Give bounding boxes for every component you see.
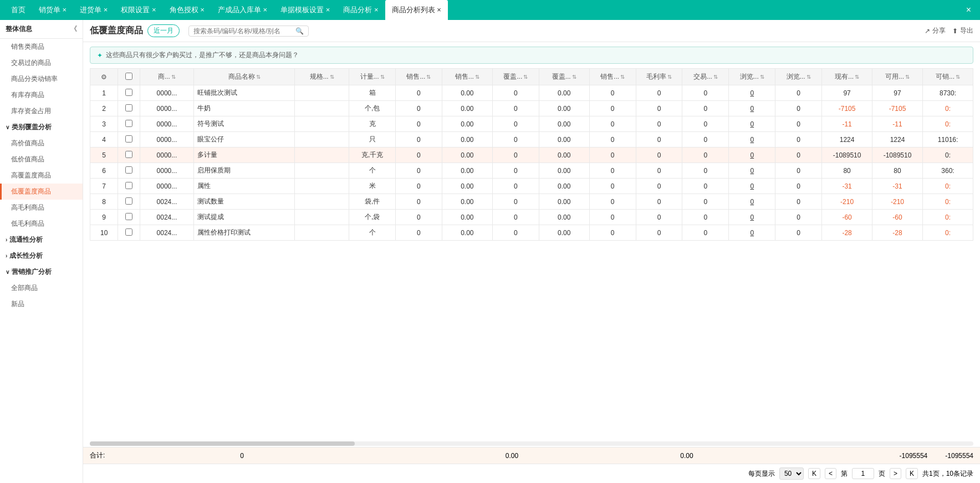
sidebar-item-high-gross[interactable]: 高毛利商品 [0,200,83,216]
search-input[interactable] [193,27,293,35]
first-page-button[interactable]: K [808,468,820,479]
cell-browse1[interactable]: 0 [729,132,775,148]
th-curr[interactable]: 现有...⇅ [822,69,872,85]
sidebar-item-stock-capital[interactable]: 库存资金占用 [0,103,83,119]
th-browse1[interactable]: 浏览...⇅ [729,69,775,85]
sidebar-item-low-value[interactable]: 低价值商品 [0,151,83,167]
th-gross[interactable]: 毛利率⇅ [636,69,682,85]
search-icon[interactable]: 🔍 [295,27,304,35]
cell-check[interactable] [118,116,140,132]
cell-name[interactable]: 旺铺批次测试 [194,85,295,101]
last-page-button[interactable]: K [906,468,918,479]
row-checkbox[interactable] [125,213,132,220]
sidebar-item-sales-products[interactable]: 销售类商品 [0,39,83,55]
sidebar-item-high-coverage[interactable]: 高覆盖度商品 [0,167,83,184]
settings-icon[interactable]: ⚙ [101,73,107,81]
row-checkbox[interactable] [125,120,132,127]
th-avail[interactable]: 可用...⇅ [872,69,923,85]
sidebar-group-growth-title[interactable]: › 成长性分析 [0,248,83,264]
cell-check[interactable] [118,132,140,148]
th-cover2[interactable]: 覆盖...⇅ [539,69,589,85]
row-checkbox[interactable] [125,182,132,189]
sidebar-group-marketing-title[interactable]: ∨ 营销推广分析 [0,264,83,280]
cell-check[interactable] [118,210,140,225]
nav-home[interactable]: 首页 [4,0,32,20]
collapse-icon[interactable]: 《 [70,24,77,34]
cell-check[interactable] [118,225,140,241]
browse-link[interactable]: 0 [750,198,754,206]
period-button[interactable]: 近一月 [147,24,180,37]
nav-sales[interactable]: 销货单 × [32,0,73,20]
current-page-input[interactable] [852,468,874,479]
browse-link[interactable]: 0 [750,136,754,144]
cell-name[interactable]: 测试数量 [194,194,295,210]
cell-browse1[interactable]: 0 [729,163,775,179]
browse-link[interactable]: 0 [750,89,754,97]
sidebar-item-traded-products[interactable]: 交易过的商品 [0,55,83,71]
row-checkbox[interactable] [125,104,132,111]
scroll-thumb[interactable] [90,441,355,446]
nav-analysis-list[interactable]: 商品分析列表 × [385,0,448,20]
sidebar-item-new-products[interactable]: 新品 [0,296,83,312]
cell-name[interactable]: 符号测试 [194,116,295,132]
nav-analysis[interactable]: 商品分析 × [336,0,385,20]
cell-name[interactable]: 属性价格打印测试 [194,225,295,241]
th-trans[interactable]: 交易...⇅ [682,69,729,85]
th-spec[interactable]: 规格...⇅ [295,69,349,85]
row-checkbox[interactable] [125,197,132,205]
sidebar-item-category-rate[interactable]: 商品分类动销率 [0,71,83,87]
row-checkbox[interactable] [125,228,132,236]
select-all-checkbox[interactable] [125,73,132,80]
next-page-button[interactable]: > [890,468,901,479]
sidebar-item-in-stock[interactable]: 有库存商品 [0,87,83,103]
row-checkbox[interactable] [125,151,132,158]
th-name[interactable]: 商品名称⇅ [194,69,295,85]
cell-browse1[interactable]: 0 [729,194,775,210]
sidebar-group-coverage-title[interactable]: ∨ 类别覆盖分析 [0,119,83,135]
row-checkbox[interactable] [125,135,132,143]
cell-name[interactable]: 启用保质期 [194,163,295,179]
sidebar-item-low-coverage[interactable]: 低覆盖度商品 [0,184,83,200]
nav-role-auth[interactable]: 角色授权 × [163,0,211,20]
browse-link[interactable]: 0 [750,182,754,190]
cell-check[interactable] [118,85,140,101]
cell-name[interactable]: 属性 [194,179,295,194]
table-container[interactable]: ⚙ 商...⇅ 商品名称⇅ 规格...⇅ 计量...⇅ 销售...⇅ 销售...… [90,68,973,440]
close-button[interactable]: × [962,5,976,15]
nav-product-entry[interactable]: 产成品入库单 × [211,0,274,20]
cell-browse1[interactable]: 0 [729,210,775,225]
th-unit[interactable]: 计量...⇅ [349,69,396,85]
cell-check[interactable] [118,179,140,194]
row-checkbox[interactable] [125,166,132,174]
nav-permissions[interactable]: 权限设置 × [114,0,162,20]
page-size-select[interactable]: 50 [779,467,804,480]
browse-link[interactable]: 0 [750,229,754,237]
cell-browse1[interactable]: 0 [729,148,775,163]
cell-check[interactable] [118,194,140,210]
export-button[interactable]: ⬆ 导出 [952,26,973,35]
cell-browse1[interactable]: 0 [729,179,775,194]
cell-name[interactable]: 眼宝公仔 [194,132,295,148]
browse-link[interactable]: 0 [750,167,754,175]
cell-check[interactable] [118,148,140,163]
th-sell[interactable]: 可销...⇅ [922,69,973,85]
cell-name[interactable]: 牛奶 [194,101,295,116]
th-sales3[interactable]: 销售...⇅ [589,69,636,85]
th-sales-qty[interactable]: 销售...⇅ [396,69,442,85]
cell-check[interactable] [118,163,140,179]
sidebar-header[interactable]: 整体信息 《 [0,20,83,39]
browse-link[interactable]: 0 [750,213,754,221]
cell-browse1[interactable]: 0 [729,85,775,101]
th-cover1[interactable]: 覆盖...⇅ [492,69,539,85]
browse-link[interactable]: 0 [750,151,754,159]
th-settings[interactable]: ⚙ [90,69,118,85]
sidebar-item-low-gross[interactable]: 低毛利商品 [0,216,83,232]
share-button[interactable]: ↗ 分享 [925,26,946,35]
sidebar-item-all-products[interactable]: 全部商品 [0,280,83,296]
sidebar-item-high-value[interactable]: 高价值商品 [0,135,83,151]
th-browse2[interactable]: 浏览...⇅ [775,69,822,85]
nav-purchase[interactable]: 进货单 × [73,0,114,20]
cell-browse1[interactable]: 0 [729,225,775,241]
sidebar-group-flow-title[interactable]: › 流通性分析 [0,232,83,248]
prev-page-button[interactable]: < [825,468,836,479]
